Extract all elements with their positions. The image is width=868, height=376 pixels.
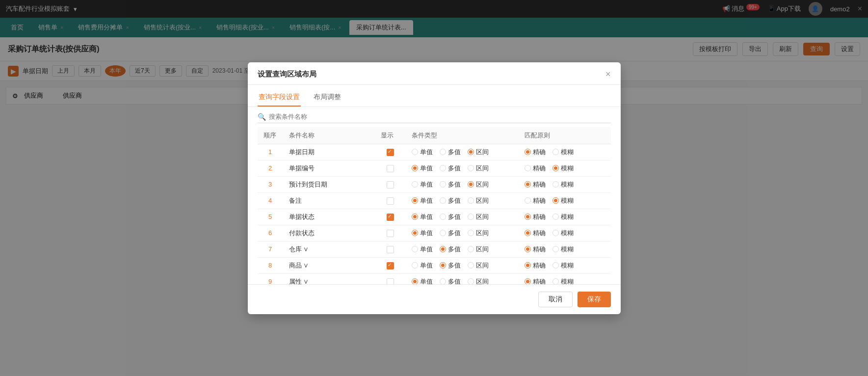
- table-row: 1单据日期单值多值区间精确模糊: [258, 144, 611, 160]
- checkbox-display-4[interactable]: [387, 197, 394, 205]
- radio-type-single-3[interactable]: 单值: [412, 180, 433, 189]
- radio-label: 区间: [476, 245, 489, 254]
- row-order-2: 2: [258, 160, 283, 176]
- cancel-button[interactable]: 取消: [538, 292, 573, 307]
- tab-layout-adjust[interactable]: 布局调整: [313, 90, 342, 107]
- radio-match-fuzzy-8[interactable]: 模糊: [552, 261, 574, 270]
- radio-match-exact-7[interactable]: 精确: [525, 245, 546, 254]
- radio-match-fuzzy-3[interactable]: 模糊: [552, 180, 574, 189]
- radio-type-range-3[interactable]: 区间: [468, 180, 489, 189]
- row-display-4[interactable]: [375, 192, 406, 209]
- row-display-6[interactable]: [375, 225, 406, 241]
- checkbox-display-8[interactable]: [387, 262, 394, 269]
- radio-type-single-8[interactable]: 单值: [412, 261, 433, 270]
- radio-type-range-5[interactable]: 区间: [468, 213, 489, 221]
- checkbox-display-3[interactable]: [387, 181, 394, 188]
- table-row: 8商品 ∨单值多值区间精确模糊: [258, 257, 611, 273]
- radio-match-exact-2[interactable]: 精确: [525, 164, 546, 173]
- col-header-display: 显示: [375, 127, 406, 144]
- row-display-3[interactable]: [375, 176, 406, 192]
- col-header-match: 匹配原则: [519, 127, 611, 144]
- radio-match-fuzzy-2[interactable]: 模糊: [552, 164, 574, 173]
- radio-type-multi-3[interactable]: 多值: [440, 180, 461, 189]
- radio-type-single-5[interactable]: 单值: [412, 213, 433, 221]
- search-icon: 🔍: [258, 113, 266, 121]
- row-display-9[interactable]: [375, 273, 406, 284]
- row-display-8[interactable]: [375, 257, 406, 273]
- radio-type-single-7[interactable]: 单值: [412, 245, 433, 254]
- radio-dot: [440, 230, 446, 236]
- radio-type-multi-8[interactable]: 多值: [440, 261, 461, 270]
- radio-dot: [440, 149, 446, 155]
- checkbox-display-9[interactable]: [387, 278, 394, 284]
- radio-match-exact-8[interactable]: 精确: [525, 261, 546, 270]
- row-display-5[interactable]: [375, 209, 406, 225]
- radio-label: 多值: [448, 245, 461, 254]
- row-display-1[interactable]: [375, 144, 406, 160]
- checkbox-display-1[interactable]: [387, 149, 394, 156]
- radio-type-single-1[interactable]: 单值: [412, 148, 433, 157]
- radio-dot: [440, 246, 446, 252]
- radio-dot: [412, 262, 418, 269]
- table-row: 7仓库 ∨单值多值区间精确模糊: [258, 241, 611, 257]
- radio-match-fuzzy-9[interactable]: 模糊: [552, 277, 574, 284]
- radio-label: 精确: [533, 277, 546, 284]
- checkbox-display-5[interactable]: [387, 214, 394, 221]
- radio-type-range-9[interactable]: 区间: [468, 277, 489, 284]
- radio-label: 多值: [448, 196, 461, 205]
- table-row: 4备注单值多值区间精确模糊: [258, 192, 611, 209]
- checkbox-display-6[interactable]: [387, 230, 394, 237]
- radio-match-exact-9[interactable]: 精确: [525, 277, 546, 284]
- modal-close-button[interactable]: ×: [605, 69, 611, 80]
- radio-match-exact-6[interactable]: 精确: [525, 229, 546, 238]
- row-type-5: 单值多值区间: [406, 209, 519, 225]
- radio-label: 模糊: [561, 213, 574, 221]
- radio-type-single-4[interactable]: 单值: [412, 196, 433, 205]
- radio-type-range-4[interactable]: 区间: [468, 196, 489, 205]
- radio-match-fuzzy-1[interactable]: 模糊: [552, 148, 574, 157]
- radio-type-range-8[interactable]: 区间: [468, 261, 489, 270]
- checkbox-display-7[interactable]: [387, 246, 394, 253]
- radio-match-exact-3[interactable]: 精确: [525, 180, 546, 189]
- radio-dot: [552, 197, 559, 204]
- radio-type-single-6[interactable]: 单值: [412, 229, 433, 238]
- radio-match-exact-5[interactable]: 精确: [525, 213, 546, 221]
- radio-type-single-2[interactable]: 单值: [412, 164, 433, 173]
- save-button[interactable]: 保存: [578, 292, 611, 307]
- row-match-3: 精确模糊: [519, 176, 611, 192]
- radio-type-multi-6[interactable]: 多值: [440, 229, 461, 238]
- tab-query-fields[interactable]: 查询字段设置: [258, 90, 301, 107]
- radio-dot: [440, 262, 446, 269]
- search-input[interactable]: [269, 113, 367, 120]
- radio-type-multi-1[interactable]: 多值: [440, 148, 461, 157]
- radio-dot: [525, 214, 531, 220]
- row-type-4: 单值多值区间: [406, 192, 519, 209]
- radio-match-fuzzy-4[interactable]: 模糊: [552, 196, 574, 205]
- radio-type-multi-9[interactable]: 多值: [440, 277, 461, 284]
- checkbox-display-2[interactable]: [387, 165, 394, 172]
- row-match-4: 精确模糊: [519, 192, 611, 209]
- row-display-2[interactable]: [375, 160, 406, 176]
- row-order-7: 7: [258, 241, 283, 257]
- radio-match-exact-4[interactable]: 精确: [525, 196, 546, 205]
- radio-type-multi-7[interactable]: 多值: [440, 245, 461, 254]
- radio-dot: [468, 149, 474, 155]
- radio-match-fuzzy-5[interactable]: 模糊: [552, 213, 574, 221]
- radio-type-multi-4[interactable]: 多值: [440, 196, 461, 205]
- radio-type-range-6[interactable]: 区间: [468, 229, 489, 238]
- radio-match-fuzzy-7[interactable]: 模糊: [552, 245, 574, 254]
- radio-label: 模糊: [561, 245, 574, 254]
- radio-type-multi-2[interactable]: 多值: [440, 164, 461, 173]
- table-row: 2单据编号单值多值区间精确模糊: [258, 160, 611, 176]
- radio-type-range-7[interactable]: 区间: [468, 245, 489, 254]
- radio-type-range-2[interactable]: 区间: [468, 164, 489, 173]
- radio-match-exact-1[interactable]: 精确: [525, 148, 546, 157]
- row-type-7: 单值多值区间: [406, 241, 519, 257]
- radio-type-single-9[interactable]: 单值: [412, 277, 433, 284]
- radio-dot: [440, 165, 446, 171]
- row-display-7[interactable]: [375, 241, 406, 257]
- radio-type-range-1[interactable]: 区间: [468, 148, 489, 157]
- radio-type-multi-5[interactable]: 多值: [440, 213, 461, 221]
- radio-match-fuzzy-6[interactable]: 模糊: [552, 229, 574, 238]
- row-type-9: 单值多值区间: [406, 273, 519, 284]
